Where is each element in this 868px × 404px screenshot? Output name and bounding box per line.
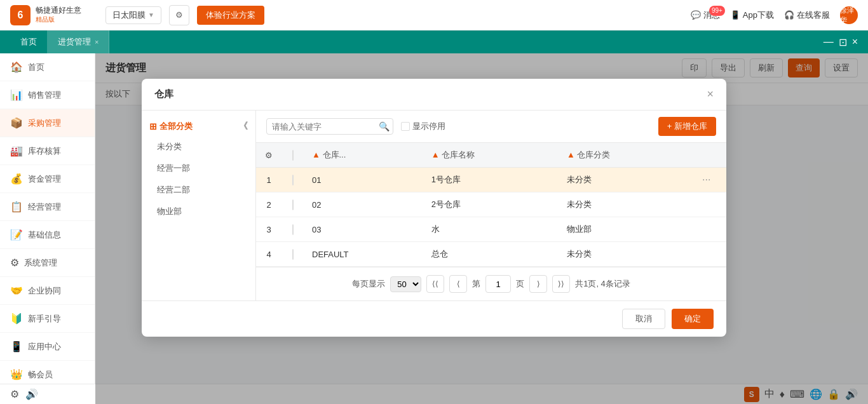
sidebar-item-enterprise[interactable]: 🤝 企业协同 bbox=[0, 277, 95, 305]
last-page-icon: ⟩⟩ bbox=[558, 279, 564, 288]
add-warehouse-button[interactable]: + 新增仓库 bbox=[658, 117, 716, 136]
row-name: 1号仓库 bbox=[424, 168, 559, 192]
category-item-property[interactable]: 物业部 bbox=[142, 201, 255, 222]
row-checkbox[interactable] bbox=[281, 168, 304, 192]
trial-button[interactable]: 体验行业方案 bbox=[197, 6, 264, 25]
logo-icon: 6 bbox=[10, 5, 31, 25]
header-middle: 日太阳膜 ▼ ⚙ 体验行业方案 bbox=[105, 5, 691, 25]
show-disabled-checkbox[interactable] bbox=[401, 122, 410, 131]
collapse-icon[interactable]: 《 bbox=[239, 121, 248, 132]
top-header: 6 畅捷通好生意 精品版 日太阳膜 ▼ ⚙ 体验行业方案 💬 消息 99+ 📱 … bbox=[0, 0, 868, 30]
sidebar-item-system[interactable]: ⚙ 系统管理 bbox=[0, 249, 95, 277]
row-category: 物业部 bbox=[559, 217, 695, 242]
table-body: 1 01 1号仓库 未分类 ··· 2 bbox=[256, 168, 726, 267]
table-row[interactable]: 3 03 水 物业部 bbox=[256, 217, 726, 242]
row-num: 02 bbox=[304, 192, 424, 217]
next-page-button[interactable]: ⟩ bbox=[529, 275, 547, 293]
sidebar-item-apps[interactable]: 📱 应用中心 bbox=[0, 333, 95, 361]
sidebar-item-sales[interactable]: 📊 销售管理 bbox=[0, 81, 95, 109]
confirm-button[interactable]: 确定 bbox=[672, 309, 714, 329]
settings-button[interactable]: ⚙ bbox=[169, 5, 189, 25]
table-row[interactable]: 4 DEFAULT 总仓 未分类 bbox=[256, 242, 726, 267]
col-checkbox bbox=[281, 143, 304, 168]
row-index: 1 bbox=[256, 168, 281, 192]
data-table: ⚙ ▲ 仓库... bbox=[256, 143, 726, 267]
modal-body: ⊞ 全部分类 《 未分类 经营一部 经营二部 bbox=[142, 111, 726, 300]
col-num: ▲ 仓库... bbox=[304, 143, 424, 168]
modal-close-button[interactable]: × bbox=[707, 88, 714, 101]
member-icon: 👑 bbox=[10, 368, 23, 380]
row-checkbox-input[interactable] bbox=[292, 224, 294, 235]
cancel-button[interactable]: 取消 bbox=[622, 309, 665, 329]
row-action[interactable] bbox=[695, 242, 726, 267]
app-download-button[interactable]: 📱 App下载 bbox=[730, 10, 774, 21]
home-icon: 🏠 bbox=[10, 61, 23, 73]
close-icon[interactable]: × bbox=[95, 38, 98, 46]
table-toolbar: 🔍 显示停用 + 新增仓库 bbox=[256, 111, 726, 143]
table-row[interactable]: 2 02 2号仓库 未分类 bbox=[256, 192, 726, 217]
sidebar-item-finance[interactable]: 💰 资金管理 bbox=[0, 165, 95, 193]
page-size-select[interactable]: 50 bbox=[390, 276, 421, 292]
category-item-dept1[interactable]: 经营一部 bbox=[142, 158, 255, 179]
tab-home[interactable]: 首页 bbox=[10, 30, 48, 53]
row-checkbox-input[interactable] bbox=[292, 199, 294, 210]
row-num: 01 bbox=[304, 168, 424, 192]
prev-page-button[interactable]: ⟨ bbox=[449, 275, 467, 293]
row-checkbox-input[interactable] bbox=[292, 249, 294, 260]
sort-icon-name: ▲ bbox=[431, 150, 440, 159]
sidebar-item-basic-info[interactable]: 📝 基础信息 bbox=[0, 221, 95, 249]
sidebar: 🏠 首页 📊 销售管理 📦 采购管理 🏭 库存核算 💰 资金管理 📋 经营管理 … bbox=[0, 53, 95, 404]
row-num: DEFAULT bbox=[304, 242, 424, 267]
all-category-label[interactable]: 全部分类 bbox=[159, 121, 193, 132]
category-item-unclassified[interactable]: 未分类 bbox=[142, 136, 255, 158]
first-page-button[interactable]: ⟨⟨ bbox=[426, 275, 444, 293]
sidebar-item-guide[interactable]: 🔰 新手引导 bbox=[0, 305, 95, 333]
close-window-icon[interactable]: × bbox=[852, 36, 858, 48]
user-menu[interactable]: 徐泽华 bbox=[840, 6, 858, 24]
row-checkbox[interactable] bbox=[281, 192, 304, 217]
sidebar-item-inventory[interactable]: 🏭 库存核算 bbox=[0, 137, 95, 165]
next-page-icon: ⟩ bbox=[537, 279, 540, 288]
last-page-button[interactable]: ⟩⟩ bbox=[552, 275, 570, 293]
store-name: 日太阳膜 bbox=[112, 10, 146, 21]
warehouse-modal: 仓库 × ⊞ 全部分类 《 bbox=[142, 79, 726, 337]
logo-text: 畅捷通好生意 bbox=[36, 6, 81, 16]
sidebar-item-purchase[interactable]: 📦 采购管理 bbox=[0, 109, 95, 137]
row-action[interactable] bbox=[695, 217, 726, 242]
row-index: 2 bbox=[256, 192, 281, 217]
row-category: 未分类 bbox=[559, 168, 695, 192]
service-button[interactable]: 🎧 在线客服 bbox=[784, 10, 830, 21]
row-checkbox-input[interactable] bbox=[292, 175, 294, 185]
category-item-dept2[interactable]: 经营二部 bbox=[142, 179, 255, 201]
enterprise-icon: 🤝 bbox=[10, 285, 23, 297]
row-num: 03 bbox=[304, 217, 424, 242]
grid-icon: ⊞ bbox=[149, 121, 157, 131]
message-button[interactable]: 💬 消息 99+ bbox=[691, 10, 720, 21]
store-selector[interactable]: 日太阳膜 ▼ bbox=[105, 6, 161, 24]
sidebar-item-home[interactable]: 🏠 首页 bbox=[0, 53, 95, 81]
headset-icon: 🎧 bbox=[784, 10, 794, 20]
category-panel: ⊞ 全部分类 《 未分类 经营一部 经营二部 bbox=[142, 111, 256, 300]
search-input[interactable] bbox=[272, 122, 379, 131]
show-disabled-toggle[interactable]: 显示停用 bbox=[401, 121, 445, 132]
select-all-checkbox[interactable] bbox=[292, 150, 294, 161]
minimize-icon[interactable]: — bbox=[824, 36, 834, 48]
settings-bottom-icon[interactable]: ⚙ bbox=[10, 388, 19, 400]
restore-icon[interactable]: ⊡ bbox=[839, 36, 847, 48]
gear-icon: ⚙ bbox=[175, 10, 183, 20]
purchase-icon: 📦 bbox=[10, 117, 23, 129]
sidebar-item-operations[interactable]: 📋 经营管理 bbox=[0, 193, 95, 221]
page-unit: 页 bbox=[516, 278, 524, 290]
page-input[interactable] bbox=[485, 275, 511, 293]
guide-icon: 🔰 bbox=[10, 313, 23, 325]
row-checkbox[interactable] bbox=[281, 242, 304, 267]
sort-icon-category: ▲ bbox=[567, 150, 575, 159]
bottom-left-icons: ⚙ 🔊 bbox=[10, 388, 38, 400]
modal-header: 仓库 × bbox=[142, 79, 726, 111]
row-action[interactable]: ··· bbox=[695, 168, 726, 192]
tab-purchase[interactable]: 进货管理 × bbox=[48, 30, 109, 53]
row-checkbox[interactable] bbox=[281, 217, 304, 242]
row-action[interactable] bbox=[695, 192, 726, 217]
speaker-icon[interactable]: 🔊 bbox=[25, 388, 38, 400]
table-row[interactable]: 1 01 1号仓库 未分类 ··· bbox=[256, 168, 726, 192]
